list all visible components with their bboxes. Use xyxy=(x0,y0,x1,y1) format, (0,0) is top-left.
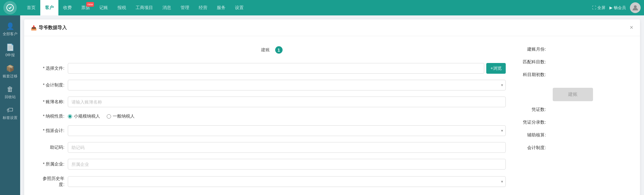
file-input[interactable] xyxy=(68,63,484,74)
build-month-label: 建账月份: xyxy=(519,46,549,52)
nav-industry[interactable]: 工商项目 xyxy=(131,0,158,15)
modal-header: 📥 导爷数据导入 × xyxy=(24,19,640,36)
history-year-select-wrapper xyxy=(68,176,506,187)
sidebar-item-recycle[interactable]: 🗑 回收站 xyxy=(0,82,20,103)
main-layout: 👤 全部客户 📄 0申报 📦 账套迁移 🗑 回收站 🏷 标签设置 📥 导爷 xyxy=(0,15,644,195)
all-customers-icon: 👤 xyxy=(6,22,14,30)
step-badge: 1 xyxy=(275,46,283,54)
nav-settings[interactable]: 设置 xyxy=(230,0,248,15)
fullscreen-button[interactable]: ⛶ 全屏 xyxy=(592,5,605,11)
content-area: 📥 导爷数据导入 × 建账 1 * 选择文件: xyxy=(20,15,644,195)
migration-icon: 📦 xyxy=(6,64,14,72)
accounting-system-label: * 会计制度: xyxy=(38,82,68,88)
voucher-entry-row: 凭证分录数: xyxy=(519,119,627,125)
sidebar-item-declaration[interactable]: 📄 0申报 xyxy=(0,40,20,61)
top-nav-right: ⛶ 全屏 ▶ 畅会员 xyxy=(592,2,641,13)
step-area: 建账 1 xyxy=(38,46,506,54)
accountant-row: * 指派会计: xyxy=(38,125,506,136)
general-taxpayer-radio[interactable] xyxy=(107,114,111,119)
accounting-system-select-wrapper: 小企业会计准则 企业会计准则 xyxy=(68,80,506,90)
accountant-select[interactable] xyxy=(68,125,506,136)
ledger-name-input[interactable] xyxy=(68,96,506,107)
form-left: 建账 1 * 选择文件: +浏览 * 会计制度: xyxy=(38,46,506,194)
company-label: * 所属企业: xyxy=(38,161,68,167)
nav-customer[interactable]: 客户 xyxy=(40,0,58,15)
match-subject-row: 匹配科目数: xyxy=(519,59,627,65)
accountant-label: * 指派会计: xyxy=(38,128,68,134)
file-input-group: +浏览 xyxy=(68,63,506,74)
nav-operation[interactable]: 经营 xyxy=(194,0,212,15)
init-balance-row: 科目期初数: xyxy=(519,72,627,78)
match-subject-label: 匹配科目数: xyxy=(519,59,549,65)
history-year-label: 参照历史年度: xyxy=(38,176,68,188)
small-taxpayer-option[interactable]: 小规模纳税人 xyxy=(68,113,100,119)
voucher-count-label: 凭证数: xyxy=(519,107,549,113)
accounting-system-select[interactable]: 小企业会计准则 企业会计准则 xyxy=(68,80,506,90)
nav-service[interactable]: 服务 xyxy=(212,0,230,15)
auxiliary-row: 辅助核算: xyxy=(519,132,627,138)
nav-bookkeeping[interactable]: 记账 xyxy=(95,0,113,15)
tax-type-label: * 纳税性质: xyxy=(38,113,68,119)
memo-code-label: 助记码: xyxy=(38,144,68,150)
member-button[interactable]: ▶ 畅会员 xyxy=(609,5,626,11)
nav-items: 首页 客户 收费 票据 new 记账 报税 工商项目 消息 管理 经营 xyxy=(22,0,592,15)
memo-code-row: 助记码: xyxy=(38,142,506,153)
import-icon: 📥 xyxy=(31,25,37,30)
browse-button[interactable]: +浏览 xyxy=(486,63,506,74)
company-row: * 所属企业: xyxy=(38,159,506,170)
nav-tax[interactable]: 报税 xyxy=(113,0,131,15)
nav-message[interactable]: 消息 xyxy=(158,0,176,15)
svg-point-1 xyxy=(634,5,637,8)
top-navigation: 首页 客户 收费 票据 new 记账 报税 工商项目 消息 管理 经营 xyxy=(0,0,644,15)
svg-point-0 xyxy=(7,4,13,11)
nav-home[interactable]: 首页 xyxy=(22,0,40,15)
close-button[interactable]: × xyxy=(630,24,633,31)
accounting-label: 会计制度: xyxy=(519,145,549,151)
app-logo[interactable] xyxy=(3,1,17,14)
file-label: * 选择文件: xyxy=(38,65,68,71)
tax-type-radio-group: 小规模纳税人 一般纳税人 xyxy=(68,113,135,119)
file-row: * 选择文件: +浏览 xyxy=(38,63,506,74)
left-sidebar: 👤 全部客户 📄 0申报 📦 账套迁移 🗑 回收站 🏷 标签设置 xyxy=(0,15,20,195)
voucher-count-row: 凭证数: xyxy=(519,107,627,113)
nav-manage[interactable]: 管理 xyxy=(176,0,194,15)
tax-type-row: * 纳税性质: 小规模纳税人 一般纳税人 xyxy=(38,113,506,119)
init-balance-label: 科目期初数: xyxy=(519,72,549,78)
form-right: 建账月份: 匹配科目数: 科目期初数: 建账 xyxy=(519,46,627,194)
nav-invoice[interactable]: 票据 new xyxy=(77,0,95,15)
history-year-row: 参照历史年度: xyxy=(38,176,506,188)
nav-fee[interactable]: 收费 xyxy=(58,0,77,15)
memo-code-input[interactable] xyxy=(68,142,506,153)
accounting-row: 会计制度: xyxy=(519,145,627,151)
form-container: 建账 1 * 选择文件: +浏览 * 会计制度: xyxy=(24,36,640,195)
general-taxpayer-option[interactable]: 一般纳税人 xyxy=(107,113,135,119)
avatar[interactable] xyxy=(630,2,641,13)
tag-icon: 🏷 xyxy=(7,106,13,114)
modal-panel: 📥 导爷数据导入 × 建账 1 * 选择文件: xyxy=(24,19,640,195)
auxiliary-label: 辅助核算: xyxy=(519,132,549,138)
ledger-name-row: * 账簿名称: xyxy=(38,96,506,107)
build-month-row: 建账月份: xyxy=(519,46,627,52)
history-year-select[interactable] xyxy=(68,176,506,187)
recycle-icon: 🗑 xyxy=(7,85,13,93)
sidebar-item-all-customers[interactable]: 👤 全部客户 xyxy=(0,19,20,40)
build-button[interactable]: 建账 xyxy=(553,88,593,101)
accounting-system-row: * 会计制度: 小企业会计准则 企业会计准则 xyxy=(38,80,506,90)
build-btn-area: 建账 xyxy=(519,88,627,101)
accountant-select-wrapper xyxy=(68,125,506,136)
company-input[interactable] xyxy=(68,159,506,170)
new-badge: new xyxy=(86,2,94,7)
sidebar-item-migration[interactable]: 📦 账套迁移 xyxy=(0,61,20,82)
sidebar-item-tag-settings[interactable]: 🏷 标签设置 xyxy=(0,103,20,124)
small-taxpayer-radio[interactable] xyxy=(68,114,72,119)
voucher-entry-label: 凭证分录数: xyxy=(519,119,549,125)
declaration-icon: 📄 xyxy=(6,43,14,51)
modal-title: 📥 导爷数据导入 xyxy=(31,25,67,31)
ledger-name-label: * 账簿名称: xyxy=(38,99,68,105)
